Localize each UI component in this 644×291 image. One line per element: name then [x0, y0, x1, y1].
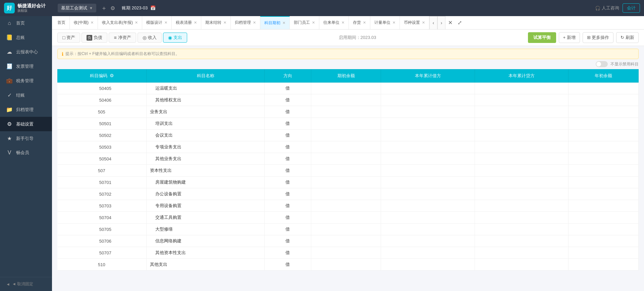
col-header-name: 科目名称 [146, 69, 265, 83]
sub-tab-asset[interactable]: □ 资产 [57, 33, 80, 43]
tab-label-template: 模版设计 [146, 20, 162, 26]
tab-close-counterpart[interactable]: ✕ [341, 20, 344, 25]
sub-tab-income[interactable]: ◎ 收入 [138, 33, 162, 43]
sidebar-label-home: 首页 [16, 20, 25, 26]
cell-name: 大型修缮 [146, 224, 265, 235]
column-settings-icon[interactable]: ⚙ [110, 73, 114, 78]
sidebar-item-settings[interactable]: ⚙ 基础设置 [0, 117, 52, 131]
tab-close-tax-clear[interactable]: ✕ [194, 20, 197, 25]
sidebar-item-ledger[interactable]: 📒 总账 [0, 30, 52, 45]
invoice-icon: 🧾 [6, 63, 13, 69]
table-row[interactable]: 50405 运温暖支出 借 [58, 83, 639, 94]
tab-income-year[interactable]: 收入支出表(年报) ✕ [98, 16, 142, 30]
help-button[interactable]: 🎧 人工咨询 [595, 5, 619, 11]
logo-sub: 旗舰版 [17, 8, 46, 13]
cloud-icon: ☁ [6, 49, 13, 55]
tab-home[interactable]: 首页 [53, 16, 70, 30]
account-button[interactable]: 会计 [623, 3, 640, 13]
tab-inventory[interactable]: 存货 ✕ [349, 16, 370, 30]
sidebar-label-settle: 结账 [16, 92, 25, 98]
tab-measure-unit[interactable]: 计量单位 ✕ [370, 16, 400, 30]
tab-close-balance-mid[interactable]: ✕ [91, 20, 94, 25]
col-header-balance: 期初余额 [311, 69, 381, 83]
sidebar-item-tax[interactable]: 💼 税务管理 [0, 74, 52, 88]
tab-archive-mgmt[interactable]: 归档管理 ✕ [231, 16, 260, 30]
sidebar-item-settle[interactable]: ✓ 结账 [0, 88, 52, 102]
sidebar-item-vip[interactable]: V 畅会员 [0, 146, 52, 160]
tab-close-template[interactable]: ✕ [164, 20, 167, 25]
cell-credit-ytd [475, 259, 568, 271]
table-row[interactable]: 507 资本性支出 借 [58, 165, 639, 177]
balance-button[interactable]: 试算平衡 [528, 32, 556, 43]
table-row[interactable]: 50705 大型修缮 借 [58, 224, 639, 235]
tab-period-end[interactable]: 期末结转 ✕ [201, 16, 231, 30]
cell-code: 50405 [58, 83, 147, 94]
sidebar-item-invoice[interactable]: 🧾 发票管理 [0, 59, 52, 74]
sidebar-item-guide[interactable]: ★ 新手引导 [0, 131, 52, 146]
tab-period-init[interactable]: 科目期初 ✕ [260, 16, 290, 30]
table-row[interactable]: 50706 信息网络购建 借 [58, 235, 639, 247]
company-name: 基层工会测试 [61, 5, 87, 11]
tab-close-dept-staff[interactable]: ✕ [312, 20, 315, 25]
cell-credit-ytd [475, 212, 568, 224]
sidebar-item-archive[interactable]: 📁 归档管理 [0, 102, 52, 117]
sidebar-item-home[interactable]: ⌂ 首页 [0, 16, 52, 30]
add-company-icon[interactable]: ＋ [101, 4, 107, 12]
toggle-disabled-accounts[interactable] [596, 61, 608, 67]
tab-close-inventory[interactable]: ✕ [363, 20, 366, 25]
tab-label-dept-staff: 部门员工 [294, 20, 310, 26]
more-button[interactable]: ⊞ 更多操作 [583, 32, 614, 43]
refresh-button[interactable]: ↻ 刷新 [616, 32, 639, 43]
tab-close-period-end[interactable]: ✕ [223, 20, 226, 25]
cell-ytd-balance [569, 177, 639, 188]
cell-direction: 借 [265, 118, 311, 130]
tab-balance-mid[interactable]: 收(中期) ✕ [70, 16, 98, 30]
tab-close-all-button[interactable]: ✕ [445, 16, 455, 30]
table-row[interactable]: 50701 房屋建筑物购建 借 [58, 177, 639, 188]
cell-credit-ytd [475, 188, 568, 200]
tab-bar: 首页 收(中期) ✕ 收入支出表(年报) ✕ 模版设计 ✕ 税表清册 ✕ 期末结… [52, 16, 644, 30]
table-row[interactable]: 50702 办公设备购置 借 [58, 188, 639, 200]
sidebar-item-reports[interactable]: ☁ 云报表中心 [0, 45, 52, 59]
table-row[interactable]: 50501 培训支出 借 [58, 118, 639, 130]
settings-icon[interactable]: ⚙ [110, 5, 115, 11]
tab-template[interactable]: 模版设计 ✕ [142, 16, 172, 30]
tab-counterpart[interactable]: 往来单位 ✕ [319, 16, 349, 30]
sub-tab-expense[interactable]: ◉ 支出 [163, 33, 187, 43]
tab-tax-clear[interactable]: 税表清册 ✕ [172, 16, 201, 30]
cell-balance [311, 177, 381, 188]
tab-dept-staff[interactable]: 部门员工 ✕ [290, 16, 319, 30]
tab-nav-next[interactable]: › [437, 16, 445, 30]
chevron-down-icon: ▼ [89, 6, 93, 10]
sidebar-label-settings: 基础设置 [16, 121, 34, 127]
tab-close-income-year[interactable]: ✕ [135, 20, 138, 25]
tab-close-period-init[interactable]: ✕ [282, 21, 285, 25]
tab-close-archive-mgmt[interactable]: ✕ [253, 20, 256, 25]
table-row[interactable]: 50504 其他业务支出 借 [58, 153, 639, 165]
company-selector[interactable]: 基层工会测试 ▼ [58, 4, 96, 12]
tab-expand-button[interactable]: ⤢ [455, 16, 464, 30]
cell-balance [311, 165, 381, 177]
cell-debit-ytd [381, 165, 475, 177]
table-row[interactable]: 50704 交通工具购置 借 [58, 212, 639, 224]
table-row[interactable]: 505 业务支出 借 [58, 106, 639, 118]
cell-debit-ytd [381, 212, 475, 224]
sidebar-collapse-button[interactable]: ◄ ◄ 取消固定 [0, 277, 52, 291]
tab-close-currency[interactable]: ✕ [422, 20, 425, 25]
new-button[interactable]: + 新增 [559, 32, 580, 43]
table-row[interactable]: 50502 会议支出 借 [58, 130, 639, 141]
tab-nav-prev[interactable]: ‹ [429, 16, 437, 30]
table-row[interactable]: 50707 其他资本性支出 借 [58, 247, 639, 259]
cell-direction: 借 [265, 83, 311, 94]
cell-code: 50504 [58, 153, 147, 165]
sub-tab-liability[interactable]: 负 负债 [82, 33, 107, 43]
tab-close-measure-unit[interactable]: ✕ [392, 20, 395, 25]
table-row[interactable]: 50703 专用设备购置 借 [58, 200, 639, 212]
tab-label-counterpart: 往来单位 [323, 20, 339, 26]
sub-tab-net-asset[interactable]: ≡ 净资产 [109, 33, 136, 43]
table-row[interactable]: 50406 其他维权支出 借 [58, 94, 639, 106]
calendar-icon[interactable]: 📅 [150, 5, 156, 10]
table-row[interactable]: 510 其他支出 借 [58, 259, 639, 271]
table-row[interactable]: 50503 专项业务支出 借 [58, 141, 639, 153]
tab-currency[interactable]: 币种设置 ✕ [400, 16, 429, 30]
